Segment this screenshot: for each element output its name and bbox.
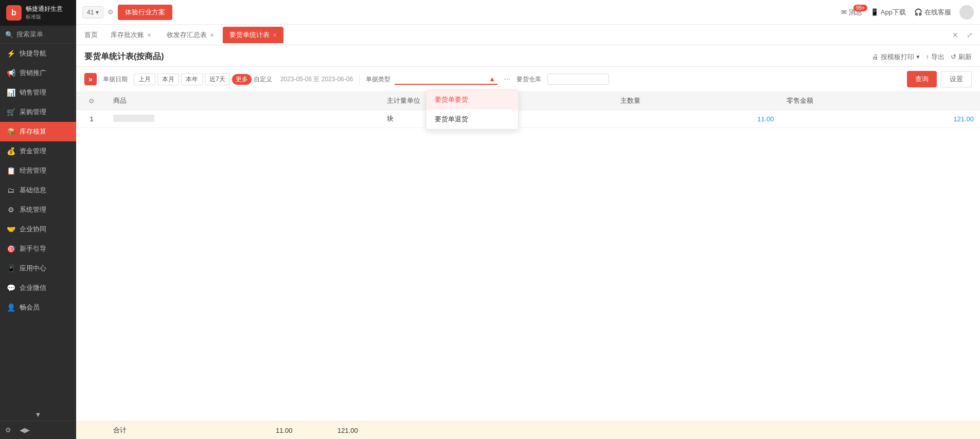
sidebar-item-wechat[interactable]: 💬 企业微信 <box>0 278 76 298</box>
page-actions: 🖨 按模板打印 ▾ ↑ 导出 ↺ 刷新 <box>872 52 972 62</box>
setting-button[interactable]: 设置 <box>941 71 972 87</box>
tab-receive-summary[interactable]: 收发存汇总表 ✕ <box>160 27 221 43</box>
collapse-icon[interactable]: ◀▶ <box>20 426 30 434</box>
member-icon: 👤 <box>6 303 15 312</box>
basic-icon: 🗂 <box>6 186 15 194</box>
tab-inventory-batch[interactable]: 库存批次账 ✕ <box>104 27 158 43</box>
tab-expand[interactable]: ⤢ <box>964 29 976 41</box>
sidebar-item-apps[interactable]: 📱 应用中心 <box>0 259 76 278</box>
system-icon: ⚙ <box>6 206 15 214</box>
date-btn-7days[interactable]: 近7天 <box>205 74 230 85</box>
sidebar-item-basic[interactable]: 🗂 基础信息 <box>0 180 76 200</box>
refresh-icon: ↺ <box>951 53 956 61</box>
date-range: 2023-05-06 至 2023-06-06 <box>280 75 353 84</box>
logo-icon: b <box>6 5 22 21</box>
date-btn-more[interactable]: 更多 <box>232 74 252 85</box>
print-icon: 🖨 <box>872 53 879 61</box>
tab-close-order-stats[interactable]: ✕ <box>273 32 277 38</box>
footer-total-quantity: 11.00 <box>276 427 317 434</box>
sidebar-scroll-down[interactable]: ▼ <box>0 409 76 420</box>
marketing-icon: 📢 <box>6 69 15 77</box>
dropdown-item-1[interactable]: 要货单退货 <box>426 109 518 129</box>
print-dropdown-icon: ▾ <box>916 53 920 61</box>
date-btn-this-month[interactable]: 本月 <box>157 74 179 85</box>
tab-home[interactable]: 首页 <box>80 30 102 40</box>
tab-close-receive-summary[interactable]: ✕ <box>210 32 214 38</box>
sidebar-search[interactable]: 🔍 搜索菜单 <box>0 26 76 44</box>
filter-divider <box>359 74 360 84</box>
store-selector-dropdown-icon: ▾ <box>96 9 99 16</box>
type-select-input[interactable] <box>395 74 497 85</box>
sidebar-item-member[interactable]: 👤 畅会员 <box>0 298 76 317</box>
wechat-icon: 💬 <box>6 284 15 292</box>
sidebar-bottom: ⚙ ◀▶ <box>0 420 76 439</box>
footer-label: 合计 <box>113 426 127 435</box>
sidebar-item-purchase[interactable]: 🛒 采购管理 <box>0 102 76 122</box>
query-button[interactable]: 查询 <box>907 71 937 87</box>
search-icon: 🔍 <box>5 31 13 39</box>
warehouse-input[interactable] <box>547 74 609 85</box>
custom-label: 自定义 <box>254 75 272 84</box>
export-btn[interactable]: ↑ 导出 <box>926 52 945 62</box>
sidebar-item-enterprise[interactable]: 🤝 企业协同 <box>0 220 76 239</box>
sidebar-item-quick-nav[interactable]: ⚡ 快捷导航 <box>0 44 76 63</box>
topbar: 41 ▾ ⚙ 体验行业方案 ✉ 消息 99+ 📱 App下载 🎧 在线客服 <box>76 0 980 25</box>
filter-more-options[interactable]: ··· <box>504 75 510 84</box>
tab-order-stats[interactable]: 要货单统计表 ✕ <box>223 27 283 43</box>
filter-actions: 查询 设置 <box>907 71 972 87</box>
type-select-group: 单据类型 ▲ <box>366 74 497 85</box>
sidebar-item-operations[interactable]: 📋 经营管理 <box>0 161 76 180</box>
app-download-item[interactable]: 📱 App下载 <box>870 8 906 17</box>
guide-icon: 🎯 <box>6 245 15 253</box>
export-icon: ↑ <box>926 53 930 61</box>
sidebar: b 畅捷通好生意 标准版 🔍 搜索菜单 ⚡ 快捷导航 📢 营销推广 📊 销售管理… <box>0 0 76 439</box>
refresh-btn[interactable]: ↺ 刷新 <box>951 52 972 62</box>
cell-amount: 121.00 <box>780 110 981 128</box>
table-settings-icon[interactable]: ⚙ <box>88 97 95 105</box>
sidebar-item-guide[interactable]: 🎯 新手引导 <box>0 239 76 259</box>
sales-icon: 📊 <box>6 88 15 97</box>
page-header: 要货单统计表(按商品) 🖨 按模板打印 ▾ ↑ 导出 ↺ 刷新 <box>76 45 980 67</box>
messages-item[interactable]: ✉ 消息 99+ <box>841 8 862 17</box>
type-dropdown-icon[interactable]: ▲ <box>489 75 495 83</box>
user-avatar[interactable] <box>959 5 974 20</box>
page-title: 要货单统计表(按商品) <box>84 51 164 62</box>
sidebar-nav: ⚡ 快捷导航 📢 营销推广 📊 销售管理 🛒 采购管理 📦 库存核算 💰 资金管… <box>0 44 76 409</box>
app-name: 畅捷通好生意 <box>26 5 63 13</box>
gear-icon-topbar[interactable]: ⚙ <box>108 8 114 16</box>
headset-icon: 🎧 <box>914 8 922 16</box>
online-service-item[interactable]: 🎧 在线客服 <box>914 8 951 17</box>
product-placeholder <box>113 115 154 122</box>
tab-close-all[interactable]: ✕ <box>949 29 961 41</box>
col-quantity: 主数量 <box>614 92 780 110</box>
tab-close-inventory-batch[interactable]: ✕ <box>147 32 151 38</box>
sidebar-item-inventory[interactable]: 📦 库存核算 <box>0 122 76 141</box>
filter-bar: » 单据日期 上月 本月 本年 近7天 更多 自定义 2023-05-06 至 … <box>76 67 980 92</box>
sidebar-item-system[interactable]: ⚙ 系统管理 <box>0 200 76 220</box>
date-btn-this-year[interactable]: 本年 <box>181 74 203 85</box>
sidebar-item-finance[interactable]: 💰 资金管理 <box>0 141 76 161</box>
purchase-icon: 🛒 <box>6 108 15 116</box>
messages-badge: 99+ <box>853 5 867 11</box>
print-btn[interactable]: 🖨 按模板打印 ▾ <box>872 52 920 62</box>
message-icon: ✉ <box>841 8 847 16</box>
topbar-right: ✉ 消息 99+ 📱 App下载 🎧 在线客服 <box>841 5 974 20</box>
dropdown-item-0[interactable]: 要货单要货 <box>426 90 518 109</box>
operations-icon: 📋 <box>6 167 15 175</box>
table-row: 1 块 11.00 121.00 <box>76 110 980 128</box>
date-label: 单据日期 <box>103 75 128 84</box>
settings-bottom-icon[interactable]: ⚙ <box>5 426 11 434</box>
sidebar-item-marketing[interactable]: 📢 营销推广 <box>0 63 76 83</box>
date-btn-prev-month[interactable]: 上月 <box>134 74 155 85</box>
sidebar-item-sales[interactable]: 📊 销售管理 <box>0 83 76 102</box>
page-content: 要货单统计表(按商品) 🖨 按模板打印 ▾ ↑ 导出 ↺ 刷新 » <box>76 45 980 439</box>
trial-button[interactable]: 体验行业方案 <box>118 5 172 20</box>
date-shortcuts: 上月 本月 本年 近7天 更多 自定义 <box>134 74 272 85</box>
mobile-icon: 📱 <box>870 8 879 16</box>
col-product: 商品 <box>107 92 381 110</box>
tabs-right: ✕ ⤢ <box>949 29 976 41</box>
table-container: ⚙ 商品 主计量单位 主数量 零售金额 1 块 <box>76 92 980 421</box>
tabs-bar: 首页 库存批次账 ✕ 收发存汇总表 ✕ 要货单统计表 ✕ ✕ ⤢ <box>76 25 980 45</box>
filter-expand-btn[interactable]: » <box>84 73 97 85</box>
store-selector[interactable]: 41 ▾ <box>82 6 103 19</box>
